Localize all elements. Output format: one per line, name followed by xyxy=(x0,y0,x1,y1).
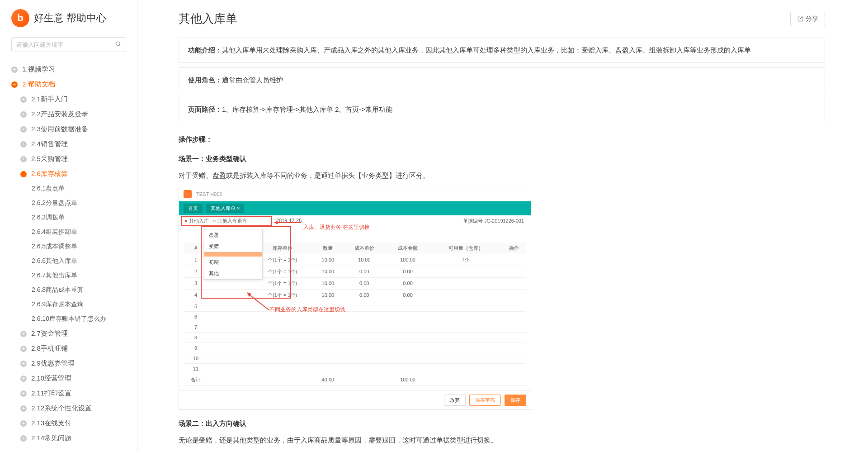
shot-tabs: 首页 其他入库单 × xyxy=(179,201,531,215)
shot-tab2: 其他入库单 × xyxy=(206,204,244,213)
nav-2-1[interactable]: +2.1新手入门 xyxy=(11,92,126,107)
nav-2-7[interactable]: +2.7资金管理 xyxy=(11,326,126,341)
share-label: 分享 xyxy=(806,15,818,23)
nav-2-11[interactable]: +2.11打印设置 xyxy=(11,386,126,401)
nav-label: 2.4销售管理 xyxy=(31,140,68,148)
nav-2-13[interactable]: +2.13在线支付 xyxy=(11,416,126,431)
nav-2-8[interactable]: +2.8手机旺铺 xyxy=(11,341,126,356)
th: 操作 xyxy=(502,243,526,254)
th: 成本单价 xyxy=(343,243,386,254)
td: 7个 xyxy=(429,254,502,266)
search-wrap xyxy=(11,37,126,52)
nav-2-10[interactable]: +2.10经营管理 xyxy=(11,371,126,386)
shot-logo-icon xyxy=(184,190,192,198)
nav-2-6-9[interactable]: 2.6.9库存账本查询 xyxy=(11,297,126,312)
arrow-icon xyxy=(274,220,301,225)
nav-2-6-7[interactable]: 2.6.7其他出库单 xyxy=(11,268,126,283)
brand-row: b 好生意 帮助中心 xyxy=(11,9,126,27)
nav-2-14[interactable]: +2.14常见问题 xyxy=(11,431,126,446)
scene2-text2: 退库业务中，明细数量均以负值红色展示。无论是入库还是退库，库存账均记在入库方向。 xyxy=(179,451,825,452)
nav-list: +1.视频学习 −2.帮助文档 +2.1新手入门 +2.2产品安装及登录 +2.… xyxy=(11,62,126,446)
shot-body: ● 其他入库 ○ 其他入库退库 2019-12-26 单据编号 JC-20191… xyxy=(179,215,531,390)
td: 10.00 xyxy=(313,254,343,266)
nav-label: 2.3使用前数据准备 xyxy=(31,125,88,133)
nav-label: 2.6.5成本调整单 xyxy=(32,243,77,251)
nav-2-3[interactable]: +2.3使用前数据准备 xyxy=(11,122,126,137)
nav-label: 2.2产品安装及登录 xyxy=(31,110,88,119)
shot-radio-row: ● 其他入库 ○ 其他入库退库 xyxy=(184,218,247,224)
nav-2-6-10[interactable]: 2.6.10库存账本错了怎么办 xyxy=(11,312,126,326)
nav-label: 2.6.9库存账本查询 xyxy=(32,300,84,309)
path-text: 1、库存核算->库存管理->其他入库单 2、首页->常用功能 xyxy=(222,105,392,113)
shot-header: TEST-H002 xyxy=(179,187,531,201)
dd-item-selected xyxy=(204,252,262,257)
scene2-text1: 无论是受赠，还是其他类型的业务，由于入库商品质量等原因，需要退回，这时可通过单据… xyxy=(179,434,825,446)
nav-2-6-4[interactable]: 2.6.4组装拆卸单 xyxy=(11,225,126,239)
plus-icon: + xyxy=(20,435,27,442)
nav-2-9[interactable]: +2.9优惠券管理 xyxy=(11,356,126,371)
plus-icon: + xyxy=(20,156,27,162)
table-row: 5 xyxy=(184,301,526,311)
sidebar: b 好生意 帮助中心 +1.视频学习 −2.帮助文档 +2.1新手入门 +2.2… xyxy=(0,0,138,452)
nav-2-6-8[interactable]: 2.6.8商品成本重算 xyxy=(11,283,126,297)
nav-label: 2.11打印设置 xyxy=(31,389,71,398)
path-label: 页面路径： xyxy=(188,105,222,113)
search-input[interactable] xyxy=(11,37,126,52)
nav-helpdoc[interactable]: −2.帮助文档 xyxy=(11,77,126,92)
nav-label: 2.10经营管理 xyxy=(31,374,71,383)
nav-label: 2.帮助文档 xyxy=(22,80,55,89)
nav-label: 2.6.6其他入库单 xyxy=(32,257,77,265)
table-row: 11 xyxy=(184,363,526,374)
shot-docno: JC-20191226-001 xyxy=(484,218,524,224)
page-title: 其他入库单 xyxy=(179,11,237,27)
nav-2-6[interactable]: −2.6库存核算 xyxy=(11,167,126,181)
search-icon[interactable] xyxy=(115,41,122,48)
main-content: 其他入库单 分享 功能介绍：其他入库单用来处理除采购入库、产成品入库之外的其他入… xyxy=(138,0,839,452)
role-box: 使用角色：通常由仓管人员维护 xyxy=(179,67,825,93)
nav-label: 2.5采购管理 xyxy=(31,155,68,163)
plus-icon: + xyxy=(20,361,27,367)
role-text: 通常由仓管人员维护 xyxy=(222,76,283,84)
th: 成本金额 xyxy=(386,243,429,254)
intro-text: 其他入库单用来处理除采购入库、产成品入库之外的其他入库业务，因此其他入库单可处理… xyxy=(222,46,751,54)
plus-icon: + xyxy=(20,331,27,337)
shot-draft-button: 保存草稿 xyxy=(469,395,501,406)
minus-icon: − xyxy=(11,81,18,88)
nav-2-2[interactable]: +2.2产品安装及登录 xyxy=(11,107,126,122)
share-button[interactable]: 分享 xyxy=(790,12,825,26)
plus-icon: + xyxy=(20,346,27,352)
plus-icon: + xyxy=(20,405,27,412)
th: 可用量（仓库） xyxy=(429,243,502,254)
table-row: 10 xyxy=(184,353,526,363)
intro-label: 功能介绍： xyxy=(188,46,222,54)
dd-item: 受赠 xyxy=(204,241,262,252)
scene2-title: 场景二：出入方向确认 xyxy=(179,417,825,429)
table-row: 7 xyxy=(184,322,526,332)
plus-icon: + xyxy=(20,390,27,397)
nav-2-6-3[interactable]: 2.6.3调拨单 xyxy=(11,210,126,225)
nav-2-6-6[interactable]: 2.6.6其他入库单 xyxy=(11,254,126,268)
plus-icon: + xyxy=(20,420,27,427)
nav-2-5[interactable]: +2.5采购管理 xyxy=(11,152,126,167)
title-row: 其他入库单 分享 xyxy=(179,11,825,27)
nav-2-6-5[interactable]: 2.6.5成本调整单 xyxy=(11,239,126,254)
nav-2-12[interactable]: +2.12系统个性化设置 xyxy=(11,401,126,416)
plus-icon: + xyxy=(11,67,18,73)
td: 0.00 xyxy=(386,289,429,301)
td: 40.00 xyxy=(313,374,343,385)
nav-label: 2.7资金管理 xyxy=(31,329,68,338)
nav-label: 2.13在线支付 xyxy=(31,419,71,428)
shot-red1: 入库、退货业务 在这里切换 xyxy=(303,224,370,231)
shot-radio1: 其他入库 xyxy=(189,218,209,224)
plus-icon: + xyxy=(20,126,27,133)
nav-2-6-2[interactable]: 2.6.2分量盘点单 xyxy=(11,196,126,210)
nav-2-6-1[interactable]: 2.6.1盘点单 xyxy=(11,181,126,196)
nav-label: 1.视频学习 xyxy=(22,65,55,74)
nav-video[interactable]: +1.视频学习 xyxy=(11,62,126,77)
nav-label: 2.12系统个性化设置 xyxy=(31,404,92,413)
shot-tab1: 首页 xyxy=(184,204,203,213)
nav-2-4[interactable]: +2.4销售管理 xyxy=(11,137,126,152)
nav-label: 2.6.1盘点单 xyxy=(32,185,65,193)
td: 0.00 xyxy=(386,266,429,277)
shot-footer: 放弃 保存草稿 保存 xyxy=(179,390,531,409)
